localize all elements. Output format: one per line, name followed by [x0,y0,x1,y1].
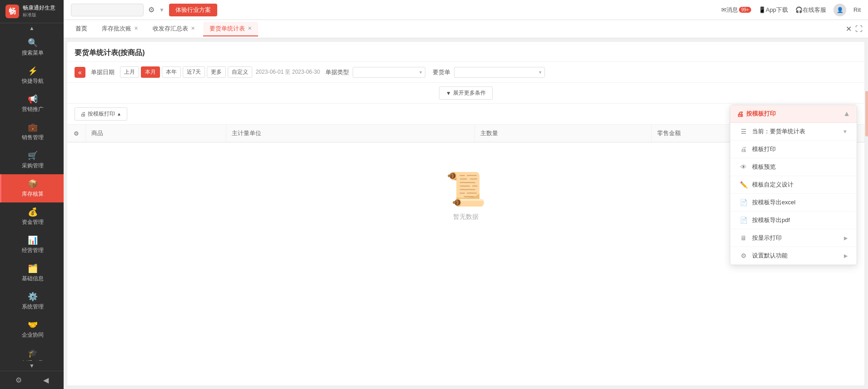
sidebar-item-label-search: 搜索菜单 [22,49,44,57]
sidebar-item-basic[interactable]: 🗂️ 基础信息 [0,259,64,287]
sidebar-item-system[interactable]: ⚙️ 系统管理 [0,287,64,315]
tab-yaodan-stat-close[interactable]: ✕ [248,25,252,31]
sidebar: 畅 畅康通好生意 标准版 ▲ 🔍 搜索菜单 ⚡ 快捷导航 📢 营销推广 💼 销售… [0,0,64,389]
sidebar-item-quick-nav[interactable]: ⚡ 快捷导航 [0,61,64,90]
sidebar-item-finance[interactable]: 💰 资金管理 [0,202,64,231]
yaohuodan-filter-label: 要货单 [433,68,450,76]
type-filter-group: 单据类型 要货单 [325,67,857,78]
dropdown-item-template-pdf[interactable]: 📄 按模板导出pdf [730,212,857,229]
topbar-dropdown-icon[interactable]: ▼ [159,7,165,13]
date-btn-last-month[interactable]: 上月 [120,66,139,78]
dropdown-close-btn[interactable]: ▲ [843,110,850,118]
guide-icon: 🎓 [28,348,38,358]
right-scrollbar[interactable] [865,91,868,136]
date-btn-more[interactable]: 更多 [207,66,226,78]
sidebar-item-search[interactable]: 🔍 搜索菜单 [0,33,64,61]
topbar-right: ✉ 消息 99+ 📱 App下载 🎧 在线客服 👤 Rit [721,4,861,16]
tab-home-label: 首页 [75,25,87,33]
dropdown-section-display-print[interactable]: 🖥 按显示打印 ▶ [730,229,857,247]
enterprise-icon: 🤝 [28,320,38,330]
dropdown-current-item[interactable]: ☰ 当前：要货单统计表 ▼ [730,123,857,141]
sidebar-item-label-finance: 资金管理 [22,218,44,226]
tab-receipt-summary-close[interactable]: ✕ [191,25,195,31]
inventory-icon: 📦 [28,179,38,189]
main-area: ⚙ ▼ 体验行业方案 ✉ 消息 99+ 📱 App下载 🎧 在线客服 👤 Rit [64,0,868,389]
date-btn-custom[interactable]: 自定义 [228,66,252,78]
sidebar-item-label-basic: 基础信息 [22,275,44,283]
tabs-right: ✕ ⛶ [846,25,863,33]
col-settings[interactable]: ⚙ [67,125,85,142]
dropdown-section-default-func[interactable]: ⚙ 设置默认功能 ▶ [730,247,857,265]
topbar: ⚙ ▼ 体验行业方案 ✉ 消息 99+ 📱 App下载 🎧 在线客服 👤 Rit [64,0,868,20]
sidebar-item-label-enterprise: 企业协同 [22,331,44,339]
message-count: 99+ [739,7,751,13]
topbar-search-input[interactable] [71,4,144,16]
app-download-badge[interactable]: 📱 App下载 [758,6,788,14]
trial-btn[interactable]: 体验行业方案 [169,4,217,16]
default-func-label: 设置默认功能 [752,252,788,260]
dropdown-title: 按模板打印 [746,110,776,118]
expand-more-btn[interactable]: ▼ 展开更多条件 [439,86,493,100]
current-item-icon: ☰ [739,128,748,135]
tab-batch-account[interactable]: 库存批次账 ✕ [95,22,145,36]
sidebar-item-label-sales: 销售管理 [22,134,44,141]
sales-icon: 💼 [28,122,38,132]
date-filter-group: 上月 本月 本年 近7天 更多 自定义 2023-06-01 至 2023-06… [120,66,320,78]
sidebar-item-purchase[interactable]: 🛒 采购管理 [0,146,64,174]
tab-batch-account-label: 库存批次账 [102,25,131,33]
sidebar-item-marketing[interactable]: 📢 营销推广 [0,90,64,118]
date-btn-this-month[interactable]: 本月 [141,66,160,78]
type-select[interactable] [353,67,425,78]
sidebar-item-guide[interactable]: 🎓 新手引导 [0,344,64,361]
username-label: Rit [853,6,861,13]
topbar-gear-icon[interactable]: ⚙ [148,5,155,14]
sidebar-item-label-marketing: 营销推广 [22,106,44,113]
tabs-expand-btn[interactable]: ⛶ [855,25,863,33]
message-badge[interactable]: ✉ 消息 99+ [721,6,751,14]
template-custom-icon: ✏️ [739,181,748,188]
dropdown-item-template-print[interactable]: 🖨 模板打印 [730,141,857,158]
finance-icon: 💰 [28,207,38,217]
yaohuodan-select[interactable] [454,67,545,78]
template-preview-icon: 👁 [739,163,748,171]
online-service-badge[interactable]: 🎧 在线客服 [795,6,826,14]
content-area: 要货单统计表(按商品) « 单据日期 上月 本月 本年 近7天 更多 自定义 2… [67,42,864,385]
content-header: 要货单统计表(按商品) [67,42,864,62]
collapse-icon[interactable]: ◀ [43,376,49,384]
col-unit: 主计量单位 [226,125,475,142]
tab-receipt-summary-label: 收发存汇总表 [153,25,188,33]
filter-toggle-btn[interactable]: « [75,67,85,78]
col-quantity: 主数量 [475,125,652,142]
tabs-close-all-btn[interactable]: ✕ [846,25,852,33]
date-btn-this-year[interactable]: 本年 [162,66,181,78]
sidebar-item-enterprise[interactable]: 🤝 企业协同 [0,315,64,344]
sidebar-item-operation[interactable]: 📊 经营管理 [0,231,64,259]
settings-icon[interactable]: ⚙ [15,376,22,384]
tab-home[interactable]: 首页 [69,22,94,36]
print-label: 按模板打印 [88,110,115,118]
tab-yaodan-stat[interactable]: 要货单统计表 ✕ [203,22,258,36]
print-btn[interactable]: 🖨 按模板打印 ▲ [75,107,127,121]
dropdown-item-template-preview[interactable]: 👁 模板预览 [730,158,857,176]
sidebar-item-sales[interactable]: 💼 销售管理 [0,118,64,146]
quicknav-icon: ⚡ [28,66,38,76]
default-func-arrow: ▶ [844,253,848,259]
sidebar-bottom: ⚙ ◀ [0,371,64,389]
phone-icon: 📱 [758,6,766,13]
sidebar-scroll-down[interactable]: ▼ [0,361,64,371]
tab-receipt-summary[interactable]: 收发存汇总表 ✕ [146,22,201,36]
sidebar-item-inventory[interactable]: 📦 库存核算 [0,174,64,202]
message-label: 消息 [726,6,738,14]
dropdown-item-template-excel[interactable]: 📄 按模板导出excel [730,194,857,212]
display-print-icon: 🖥 [739,234,748,242]
avatar[interactable]: 👤 [833,4,846,16]
sidebar-scroll-up[interactable]: ▲ [0,23,64,33]
print-dropdown: 🖨 按模板打印 ▲ ☰ 当前：要货单统计表 ▼ 🖨 模板打印 👁 模板预览 [730,105,857,265]
dropdown-item-template-custom[interactable]: ✏️ 模板自定义设计 [730,176,857,194]
date-btn-7days[interactable]: 近7天 [183,66,205,78]
print-chevron-icon: ▲ [117,111,121,116]
empty-illustration: 📜 [445,170,486,208]
dropdown-print-icon: 🖨 [737,110,743,118]
template-print-label: 模板打印 [752,145,776,153]
tab-batch-account-close[interactable]: ✕ [134,25,138,31]
